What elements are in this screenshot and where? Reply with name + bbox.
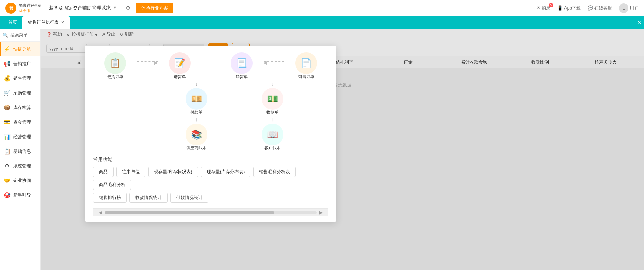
sales-slip-label: 销货单 (236, 74, 248, 80)
sidebar: 🔍 搜索菜单 ⚡ 快捷导航 📢 营销推广 💰 销售管理 🛒 采购管理 📦 (0, 29, 41, 270)
inventory-label: 库存核算 (13, 105, 31, 111)
sales-slip-icon[interactable]: 📃 (231, 52, 253, 74)
func-btn-payment-stats[interactable]: 付款情况统计 (170, 193, 208, 203)
collab-label: 企业协同 (13, 178, 31, 184)
func-btn-sales-profit[interactable]: 销售毛利分析表 (253, 167, 296, 177)
v-arrow-sales: ↓ (245, 81, 300, 87)
flow-col-supplier-ledger: 📚 供应商账本 (169, 124, 224, 151)
message-icon: ✉ (537, 5, 540, 11)
home-tab-label: 首页 (8, 19, 17, 25)
finance-icon: 💳 (4, 119, 11, 125)
content-area: ❓ 帮助 🖨 按模板打印 ▾ ↗ 导出 ↻ 刷新 📅 — 📅 (41, 29, 644, 270)
arrow-h2: ◀ (264, 61, 284, 65)
online-service-item[interactable]: 💬 在线客服 (588, 5, 612, 11)
operations-label: 经营管理 (13, 134, 31, 140)
user-avatar: E (619, 3, 628, 13)
tab-bar-close-icon[interactable]: ✕ (637, 19, 641, 26)
system-label: 系统管理 (13, 163, 31, 169)
trial-button[interactable]: 体验行业方案 (136, 3, 173, 13)
search-menu[interactable]: 🔍 搜索菜单 (0, 29, 40, 42)
func-buttons-row2: 销售排行榜 收款情况统计 付款情况统计 (93, 193, 328, 203)
scroll-left-icon[interactable]: ◀ (99, 210, 102, 215)
customer-ledger-icon[interactable]: 📖 (262, 124, 283, 145)
customer-ledger-label: 客户账本 (264, 145, 281, 151)
func-btn-receipt-stats[interactable]: 收款情况统计 (129, 193, 168, 203)
func-btn-stock-status[interactable]: 现存量(库存状况表) (148, 167, 198, 177)
receipt-icon[interactable]: 💵 (262, 88, 283, 110)
flow-col-payment: 💴 付款单 (169, 88, 224, 115)
quick-nav-icon: ⚡ (4, 46, 11, 52)
v-arrow-payment: ↓ (169, 116, 224, 123)
sidebar-item-purchase[interactable]: 🛒 采购管理 (0, 86, 40, 100)
logo-text: 畅康通好生意 标准版 (19, 3, 41, 13)
download-icon: 📱 (557, 5, 563, 11)
user-item[interactable]: E 用户 (619, 3, 639, 13)
common-func-title: 常用功能 (93, 157, 328, 163)
service-icon: 💬 (588, 5, 593, 11)
basic-info-icon: 📋 (4, 148, 11, 155)
app-download-item[interactable]: 📱 App下载 (557, 5, 581, 11)
sidebar-item-collab[interactable]: 🤝 企业协同 (0, 173, 40, 188)
func-btn-partners[interactable]: 往来单位 (116, 167, 145, 177)
purchase-slip-label: 进货单 (174, 74, 186, 80)
sidebar-item-finance[interactable]: 💳 资金管理 (0, 115, 40, 129)
payment-icon[interactable]: 💴 (186, 88, 207, 110)
marketing-icon: 📢 (4, 60, 11, 67)
purchase-order-icon[interactable]: 📋 (104, 52, 126, 74)
basic-info-label: 基础信息 (13, 148, 31, 155)
tab-sales-order[interactable]: 销售订单执行表 ✕ (22, 16, 70, 29)
supplier-ledger-icon[interactable]: 📚 (186, 124, 207, 145)
sidebar-item-basic-info[interactable]: 📋 基础信息 (0, 144, 40, 159)
sidebar-item-quick-nav[interactable]: ⚡ 快捷导航 (0, 42, 40, 56)
sales-icon: 💰 (4, 75, 11, 82)
search-icon: 🔍 (3, 33, 8, 38)
sidebar-nav: ⚡ 快捷导航 📢 营销推广 💰 销售管理 🛒 采购管理 📦 库存核算 💳 (0, 42, 40, 270)
sidebar-item-inventory[interactable]: 📦 库存核算 (0, 100, 40, 115)
scroll-track[interactable] (105, 211, 317, 214)
tab-home[interactable]: 首页 (3, 16, 22, 29)
modal-scroll-bar: ◀ ▶ (93, 208, 328, 216)
func-btn-sales-rank[interactable]: 销售排行榜 (93, 193, 127, 203)
online-service-label: 在线客服 (594, 5, 612, 11)
func-btn-goods-profit[interactable]: 商品毛利分析 (93, 180, 131, 190)
flow-col-sales-order: 📄 销售订单 (284, 52, 328, 80)
arrow-h1: ▶ (137, 61, 158, 65)
sidebar-item-system[interactable]: ⚙ 系统管理 (0, 159, 40, 173)
system-title-area: 装备及固定资产辅助管理系统 ▾ ⚙ (49, 5, 130, 12)
purchase-slip-icon[interactable]: 📝 (169, 52, 191, 74)
logo-icon: 畅 (5, 3, 16, 14)
flow-col-purchase-order: 📋 进货订单 (93, 52, 137, 80)
purchase-order-label: 进货订单 (107, 74, 123, 80)
flow-col-customer-ledger: 📖 客户账本 (245, 124, 300, 151)
search-menu-label: 搜索菜单 (10, 32, 28, 38)
sales-tab-label: 销售订单执行表 (28, 19, 59, 25)
collab-icon: 🤝 (4, 177, 11, 184)
sales-order-icon[interactable]: 📄 (295, 52, 317, 74)
scroll-right-icon[interactable]: ▶ (319, 210, 323, 215)
func-btn-stock-dist[interactable]: 现存量(库存分布表) (201, 167, 251, 177)
purchase-label: 采购管理 (13, 90, 31, 96)
settings-icon[interactable]: ⚙ (126, 5, 130, 11)
message-badge: 5 (549, 3, 553, 7)
guide-icon: 🎯 (4, 192, 11, 198)
inventory-icon: 📦 (4, 104, 11, 111)
func-buttons-row1: 商品 往来单位 现存量(库存状况表) 现存量(库存分布表) 销售毛利分析表 商品… (93, 167, 328, 190)
message-item[interactable]: ✉ 5 消息 (537, 5, 551, 11)
sidebar-item-guide[interactable]: 🎯 新手引导 (0, 188, 40, 202)
marketing-label: 营销推广 (13, 61, 31, 67)
flow-col-sales-slip: 📃 销货单 (220, 52, 264, 80)
v-arrow-purchase: ↓ (169, 81, 224, 87)
main-layout: 🔍 搜索菜单 ⚡ 快捷导航 📢 营销推广 💰 销售管理 🛒 采购管理 📦 (0, 29, 644, 270)
flow-col-purchase-slip: 📝 进货单 (158, 52, 202, 80)
sales-label: 销售管理 (13, 75, 31, 82)
sidebar-item-operations[interactable]: 📊 经营管理 (0, 129, 40, 144)
sidebar-item-sales[interactable]: 💰 销售管理 (0, 71, 40, 86)
receipt-label: 收款单 (266, 110, 279, 115)
quick-nav-label: 快捷导航 (13, 46, 31, 52)
sales-order-label: 销售订单 (298, 74, 314, 80)
sidebar-item-marketing[interactable]: 📢 营销推广 (0, 56, 40, 71)
system-dropdown-icon[interactable]: ▾ (114, 5, 120, 12)
system-title: 装备及固定资产辅助管理系统 (49, 5, 111, 11)
tab-close-icon[interactable]: ✕ (61, 20, 64, 25)
func-btn-goods[interactable]: 商品 (93, 167, 114, 177)
